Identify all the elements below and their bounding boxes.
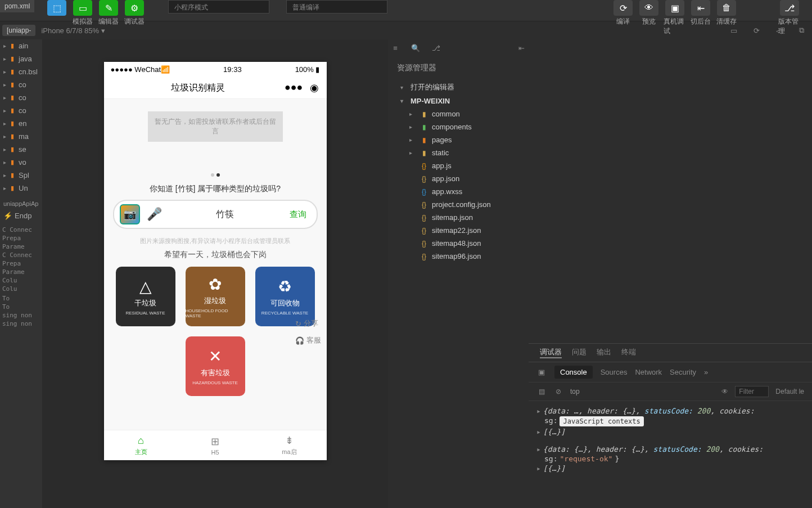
- devtools-tab[interactable]: 调试器: [540, 347, 562, 358]
- sidebar-item[interactable]: ▸▮ain: [0, 39, 42, 52]
- toggle-icon[interactable]: ▤: [536, 386, 547, 397]
- search-icon[interactable]: 🔍: [410, 43, 421, 53]
- tab-bar: ⌂主页⊞H5⇟ma启: [104, 430, 327, 460]
- file-item[interactable]: {}app.json: [388, 172, 529, 185]
- tab-item[interactable]: ⊞H5: [178, 430, 252, 460]
- resource-explorer: ≡ 🔍 ⎇ ⇤ 资源管理器 ▾打开的编辑器 ▾MP-WEIXIN ▸▮commo…: [388, 39, 529, 343]
- camera-icon[interactable]: 📷: [120, 204, 140, 224]
- file-item[interactable]: {}app.wxss: [388, 185, 529, 198]
- devtools-subtab[interactable]: Console: [554, 366, 593, 379]
- file-item[interactable]: {}sitemap.json: [388, 211, 529, 224]
- category-card[interactable]: ✿湿垃圾HOUSEHOLD FOOD WASTE: [186, 267, 245, 326]
- app-icon[interactable]: ⬚: [46, 0, 68, 26]
- log-line: sing non: [0, 311, 42, 320]
- log-line: Parame: [0, 268, 42, 276]
- mode-dropdown[interactable]: 小程序模式: [168, 0, 269, 14]
- file-item[interactable]: {}sitemap48.json: [388, 237, 529, 250]
- folder-item[interactable]: ▸▮common: [388, 107, 529, 120]
- eye-icon[interactable]: 👁: [721, 388, 728, 395]
- tab-item[interactable]: ⇟ma启: [252, 430, 327, 460]
- sidebar-item[interactable]: ▸▮cn.bsl: [0, 65, 42, 78]
- responsive-icon[interactable]: ▭: [729, 25, 739, 35]
- devtools-tab[interactable]: 输出: [597, 347, 611, 358]
- folder-item[interactable]: ▸▮static: [388, 146, 529, 159]
- log-line: C Connec: [0, 226, 42, 234]
- devtools-tab[interactable]: 终端: [621, 347, 636, 358]
- collapse-icon[interactable]: ⇤: [516, 43, 526, 53]
- sidebar-item[interactable]: ▸▮vo: [0, 156, 42, 169]
- sidebar-item[interactable]: ▸▮java: [0, 52, 42, 65]
- log-line: Prepa: [0, 259, 42, 268]
- log-line: sing non: [0, 320, 42, 328]
- devtools-subtab[interactable]: Security: [670, 368, 696, 376]
- level-selector[interactable]: Default le: [775, 388, 804, 395]
- service-button[interactable]: 🎧 客服: [295, 335, 321, 345]
- project-root[interactable]: ▾MP-WEIXIN: [388, 95, 529, 107]
- category-card[interactable]: △干垃圾RESIDUAL WASTE: [116, 267, 175, 326]
- cut-back-button[interactable]: ⇤切后台: [689, 0, 712, 36]
- mic-icon[interactable]: 🎤: [145, 204, 165, 224]
- file-tab[interactable]: pom.xml: [0, 0, 34, 12]
- branch-icon[interactable]: ⎇: [431, 43, 441, 53]
- tab-item[interactable]: ⌂主页: [104, 430, 178, 460]
- back-icon[interactable]: ◁: [774, 25, 784, 35]
- sidebar-item[interactable]: ▸▮Spl: [0, 169, 42, 182]
- devtools-subtab[interactable]: »: [704, 368, 708, 376]
- sidebar-item[interactable]: ▸▮co: [0, 78, 42, 91]
- app-title: 垃圾识别精灵: [112, 82, 285, 94]
- folder-item[interactable]: ▸▮pages: [388, 133, 529, 146]
- search-button[interactable]: 查询: [285, 209, 311, 220]
- folder-item[interactable]: ▸▮components: [388, 120, 529, 133]
- project-chip[interactable]: [uniapp-: [2, 25, 35, 36]
- simulator-button[interactable]: ▭模拟器: [71, 0, 94, 26]
- sidebar-item[interactable]: ▸▮Un: [0, 182, 42, 195]
- category-card[interactable]: ♻可回收物RECYCLABLE WASTE: [255, 267, 315, 326]
- context-selector[interactable]: top: [570, 388, 580, 395]
- open-editors-section[interactable]: ▾打开的编辑器: [388, 80, 529, 95]
- compile-dropdown[interactable]: 普通编译: [286, 0, 387, 14]
- search-input[interactable]: 竹筷: [169, 209, 281, 221]
- endpoint-item[interactable]: Endp: [15, 212, 31, 220]
- sidebar-item[interactable]: ▸▮co: [0, 104, 42, 117]
- target-icon[interactable]: ◉: [310, 82, 319, 94]
- file-item[interactable]: {}sitemap96.json: [388, 250, 529, 263]
- sidebar-item[interactable]: ▸▮ma: [0, 130, 42, 143]
- editor-button[interactable]: ✎编辑器: [97, 0, 120, 26]
- list-icon[interactable]: ≡: [390, 43, 400, 53]
- console-toolbar: ▤ ⊘ top 👁 Default le: [529, 383, 812, 401]
- debugger-button[interactable]: ⚙调试器: [123, 0, 146, 26]
- app-header: 垃圾识别精灵 ●●● ◉: [104, 77, 327, 99]
- main-toolbar: pom.xml ⬚ ▭模拟器 ✎编辑器 ⚙调试器 小程序模式 普通编译 ⟳编译 …: [0, 0, 812, 21]
- preview-button[interactable]: 👁预览: [638, 0, 660, 36]
- share-button[interactable]: ↻ 分享: [295, 318, 321, 329]
- devtools-tab[interactable]: 问题: [572, 347, 587, 358]
- file-item[interactable]: {}project.config.json: [388, 198, 529, 211]
- log-line: Prepa: [0, 234, 42, 242]
- inspect-icon[interactable]: ▣: [536, 367, 547, 377]
- more-icon[interactable]: ●●●: [285, 82, 303, 94]
- devtools-tabs-primary: 调试器问题输出终端: [529, 344, 812, 362]
- filter-input[interactable]: [735, 386, 769, 397]
- log-line: C Connec: [0, 251, 42, 259]
- side-actions: ↻ 分享 🎧 客服: [295, 318, 321, 345]
- devtools-subtab[interactable]: Network: [635, 368, 662, 376]
- real-device-button[interactable]: ▣真机调试: [664, 0, 686, 36]
- device-selector[interactable]: iPhone 6/7/8 85% ▾: [41, 26, 105, 35]
- compile-button[interactable]: ⟳编译: [612, 0, 634, 36]
- devtools-subtab[interactable]: Sources: [601, 368, 628, 376]
- log-line: To: [0, 294, 42, 303]
- clear-icon[interactable]: ⊘: [553, 386, 563, 397]
- sidebar-item[interactable]: ▸▮en: [0, 117, 42, 130]
- file-item[interactable]: {}app.js: [388, 159, 529, 172]
- log-line: Parame: [0, 242, 42, 251]
- reload-icon[interactable]: ⟳: [751, 25, 761, 35]
- category-card[interactable]: ✕有害垃圾HAZARDOUS WASTE: [186, 336, 245, 396]
- log-line: Colu: [0, 285, 42, 293]
- split-icon[interactable]: ⧉: [796, 25, 806, 35]
- sidebar-item[interactable]: ▸▮se: [0, 143, 42, 156]
- sidebar-label: uniappApiAp: [3, 200, 38, 207]
- file-item[interactable]: {}sitemap22.json: [388, 224, 529, 237]
- log-line: Colu: [0, 276, 42, 285]
- carrier-label: ●●●●● WeChat📶: [111, 65, 170, 74]
- sidebar-item[interactable]: ▸▮co: [0, 91, 42, 104]
